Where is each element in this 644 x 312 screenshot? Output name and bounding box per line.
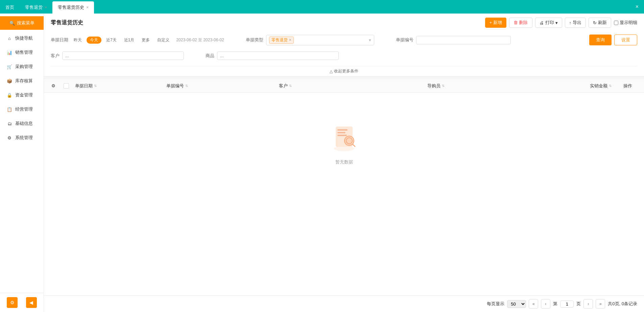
display-toggle-checkbox[interactable] — [614, 21, 618, 25]
page-title-row: 零售退货历史 + 新增 🗑 删除 🖨 打印 ▾ ↑ 导出 ↻ — [51, 18, 637, 28]
filter-customer: 客户 — [51, 51, 184, 60]
goto-suffix: 页 — [576, 301, 581, 307]
goods-filter-label: 商品 — [206, 53, 214, 59]
settings-icon[interactable]: ⚙ — [51, 83, 55, 88]
page-number-input[interactable]: 1 — [560, 300, 574, 308]
th-check[interactable] — [60, 83, 72, 89]
date-sort-icon: ⇅ — [94, 84, 97, 88]
goto-prefix: 第 — [553, 301, 557, 307]
th-amount-label: 实销金额 — [590, 83, 607, 89]
tab-return-history-label: 零售退货历史 — [58, 4, 84, 10]
settings-bottom-btn[interactable]: ⚙ — [7, 297, 18, 308]
customer-filter-label: 客户 — [51, 53, 59, 59]
per-page-label: 每页显示 — [487, 301, 504, 307]
sidebar-item-basic-label: 基础信息 — [15, 120, 33, 127]
gear-icon: ⚙ — [6, 135, 13, 141]
print-dropdown-icon: ▾ — [555, 20, 558, 25]
th-guide[interactable]: 导购员 ⇅ — [425, 83, 537, 89]
sidebar-item-sales-label: 销售管理 — [15, 49, 33, 55]
page-title: 零售退货历史 — [51, 19, 83, 26]
sidebar-item-purchase[interactable]: 🛒 采购管理 — [0, 60, 44, 74]
print-button[interactable]: 🖨 打印 ▾ — [535, 18, 562, 28]
sidebar-item-system-label: 系统管理 — [15, 135, 33, 141]
export-button[interactable]: ↑ 导出 — [565, 18, 586, 28]
table-container: ⚙ 单据日期 ⇅ 单据编号 ⇅ 客户 ⇅ 导购员 — [44, 79, 644, 295]
tab-return[interactable]: 零售退货 × — [20, 1, 52, 14]
page-header: 零售退货历史 + 新增 🗑 删除 🖨 打印 ▾ ↑ 导出 ↻ — [44, 14, 644, 76]
th-action: 操作 — [614, 83, 641, 89]
sidebar-item-operations[interactable]: 📋 经营管理 — [0, 102, 44, 116]
type-filter-select[interactable]: 零售退货 × ▾ — [266, 35, 374, 45]
th-number[interactable]: 单据编号 ⇅ — [164, 83, 276, 89]
sidebar-item-system[interactable]: ⚙ 系统管理 — [0, 131, 44, 145]
date-btn-1month[interactable]: 近1月 — [121, 37, 137, 44]
chart-icon: 📊 — [6, 49, 13, 55]
first-page-btn[interactable]: « — [529, 299, 538, 309]
filter-goods: 商品 — [206, 51, 339, 60]
filter-type: 单据类型 零售退货 × ▾ — [246, 35, 374, 45]
delete-button[interactable]: 🗑 删除 — [509, 18, 532, 28]
customer-sort-icon: ⇅ — [289, 84, 292, 88]
svg-rect-2 — [337, 129, 348, 131]
last-page-btn[interactable]: » — [596, 299, 605, 309]
toolbar: + 新增 🗑 删除 🖨 打印 ▾ ↑ 导出 ↻ 刷新 — [485, 18, 637, 28]
th-customer-label: 客户 — [279, 83, 288, 89]
lock-icon: 🔒 — [6, 92, 13, 98]
content-area: 零售退货历史 + 新增 🗑 删除 🖨 打印 ▾ ↑ 导出 ↻ — [44, 14, 644, 312]
sidebar-item-finance[interactable]: 🔒 资金管理 — [0, 88, 44, 102]
sidebar-item-quick-nav[interactable]: ⌂ 快捷导航 — [0, 31, 44, 45]
sidebar-item-basic[interactable]: 🗂 基础信息 — [0, 116, 44, 131]
add-button[interactable]: + 新增 — [485, 18, 506, 28]
per-page-select[interactable]: 10 20 50 100 — [507, 300, 526, 308]
filter-number: 单据编号 — [396, 36, 511, 44]
window-close-btn[interactable]: × — [636, 4, 639, 10]
next-page-btn[interactable]: › — [583, 299, 593, 309]
header-checkbox[interactable] — [64, 83, 69, 89]
sidebar-item-sales[interactable]: 📊 销售管理 — [0, 45, 44, 60]
date-btn-more[interactable]: 更多 — [139, 37, 152, 44]
prev-page-btn[interactable]: ‹ — [541, 299, 550, 309]
th-settings[interactable]: ⚙ — [47, 83, 60, 88]
date-btn-yesterday[interactable]: 昨天 — [71, 37, 85, 44]
th-amount[interactable]: 实销金额 ⇅ — [537, 83, 614, 89]
sidebar-item-purchase-label: 采购管理 — [15, 64, 33, 70]
filter-date: 单据日期 昨天 今天 近7天 近1月 更多 自定义 2023-06-02 至 2… — [51, 37, 224, 44]
collapse-icon: △ — [330, 69, 333, 74]
type-tag: 零售退货 × — [269, 37, 294, 44]
number-sort-icon: ⇅ — [185, 84, 188, 88]
export-icon: ↑ — [569, 20, 572, 25]
tab-list: 首页 零售退货 × 零售退货历史 × — [0, 0, 94, 14]
tab-return-close[interactable]: × — [45, 5, 47, 10]
display-toggle-label[interactable]: 显示明细 — [614, 20, 637, 26]
collapse-bar[interactable]: △ 收起更多条件 — [51, 66, 637, 76]
number-filter-input[interactable] — [416, 36, 511, 44]
th-number-label: 单据编号 — [166, 83, 184, 89]
tab-return-history-close[interactable]: × — [86, 5, 89, 10]
type-tag-text: 零售退货 — [271, 37, 288, 43]
th-customer[interactable]: 客户 ⇅ — [276, 83, 425, 89]
customer-filter-input[interactable] — [62, 51, 184, 60]
tab-home[interactable]: 首页 — [0, 1, 20, 14]
tab-return-history[interactable]: 零售退货历史 × — [52, 1, 94, 14]
sidebar-item-inventory[interactable]: 📦 库存核算 — [0, 74, 44, 88]
date-filter-label: 单据日期 — [51, 37, 68, 43]
sidebar-search[interactable]: 🔍 搜索菜单 — [0, 16, 44, 30]
date-btn-today[interactable]: 今天 — [87, 37, 101, 44]
collapse-sidebar-btn[interactable]: ◀ — [26, 297, 37, 308]
svg-line-7 — [353, 144, 355, 147]
search-icon: 🔍 — [9, 21, 15, 26]
th-date-label: 单据日期 — [75, 83, 93, 89]
table-header: ⚙ 单据日期 ⇅ 单据编号 ⇅ 客户 ⇅ 导购员 — [44, 79, 644, 93]
date-btn-7days[interactable]: 近7天 — [103, 37, 119, 44]
set-button[interactable]: 设置 — [614, 35, 637, 45]
date-btn-custom[interactable]: 自定义 — [154, 37, 172, 44]
sidebar: 🔍 搜索菜单 ⌂ 快捷导航 📊 销售管理 🛒 采购管理 📦 库存核算 🔒 资金管… — [0, 14, 44, 312]
th-action-label: 操作 — [623, 83, 632, 89]
type-dropdown-icon: ▾ — [369, 38, 371, 43]
goods-filter-input[interactable] — [217, 51, 339, 60]
query-button[interactable]: 查询 — [589, 35, 612, 45]
refresh-button[interactable]: ↻ 刷新 — [589, 18, 611, 28]
th-date[interactable]: 单据日期 ⇅ — [72, 83, 164, 89]
date-buttons: 昨天 今天 近7天 近1月 更多 自定义 — [71, 37, 172, 44]
type-tag-close[interactable]: × — [289, 38, 291, 42]
